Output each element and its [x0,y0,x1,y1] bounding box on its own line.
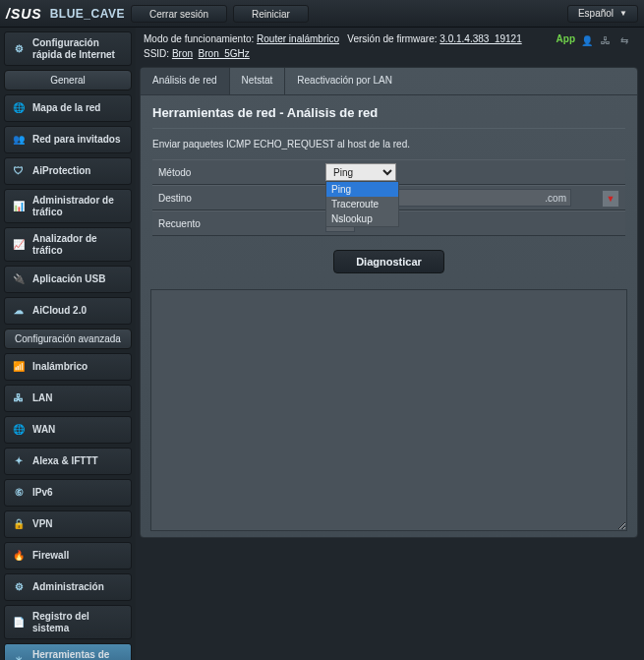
globe-icon: 🌐 [11,100,27,116]
sidebar-item-usb-app[interactable]: 🔌Aplicación USB [4,266,132,293]
mode-link[interactable]: Router inalámbrico [257,33,339,44]
ssid-link-1[interactable]: Bron [172,48,193,59]
sidebar-item-label: Herramientas de red [32,649,125,660]
sidebar-item-label: AiCloud 2.0 [32,305,87,317]
mode-label: Modo de funcionamiento: [144,33,254,44]
app-link[interactable]: App [556,31,575,46]
sidebar-item-system-log[interactable]: 📄Registro del sistema [4,605,132,639]
logout-button[interactable]: Cerrar sesión [131,5,227,23]
diagnose-button[interactable]: Diagnosticar [333,250,444,273]
shield-icon: 🛡 [11,163,27,179]
reboot-button[interactable]: Reiniciar [233,5,309,23]
sidebar-item-aiprotection[interactable]: 🛡AiProtection [4,157,132,185]
sidebar-item-label: Aplicación USB [32,273,105,285]
model-name: BLUE_CAVE [50,7,125,21]
method-option-nslookup[interactable]: Nslookup [326,211,398,226]
ipv6-icon: ⑥ [11,485,27,501]
sidebar-item-network-map[interactable]: 🌐Mapa de la red [4,94,132,122]
sidebar: ⚙ Configuración rápida de Internet Gener… [0,28,136,660]
fw-label: Versión de firmware: [347,33,437,44]
usb-tray-icon[interactable]: ⇆ [620,33,634,45]
sidebar-item-aicloud[interactable]: ☁AiCloud 2.0 [4,297,132,325]
tools-icon: ✳ [11,653,27,661]
users-icon[interactable]: 👤 [581,33,595,45]
method-option-traceroute[interactable]: Traceroute [326,197,398,211]
refresh-icon[interactable]: 🖧 [601,33,615,45]
sidebar-item-quick-setup[interactable]: ⚙ Configuración rápida de Internet [4,31,132,66]
sidebar-item-label: Registro del sistema [32,611,125,633]
page-description: Enviar paquetes ICMP ECHO_REQUEST al hos… [152,139,625,150]
sidebar-item-label: Administrador de tráfico [32,195,125,217]
language-label: Español [578,8,614,19]
sidebar-item-guest-network[interactable]: 👥Red para invitados [4,126,132,153]
admin-icon: ⚙ [11,579,27,595]
method-label: Método [152,167,320,178]
sidebar-item-administration[interactable]: ⚙Administración [4,573,132,601]
chart-icon: 📈 [11,237,27,253]
tab-network-analysis[interactable]: Análisis de red [141,68,229,94]
sidebar-item-label: VPN [32,518,53,530]
sidebar-item-vpn[interactable]: 🔒VPN [4,510,132,538]
sidebar-item-alexa-ifttt[interactable]: ✦Alexa & IFTTT [4,448,132,475]
cloud-icon: ☁ [11,303,27,319]
sidebar-item-label: Mapa de la red [32,102,100,114]
lan-icon: 🖧 [11,390,27,406]
sidebar-item-lan[interactable]: 🖧LAN [4,385,132,412]
sidebar-item-traffic-manager[interactable]: 📊Administrador de tráfico [4,189,132,223]
language-selector[interactable]: Español ▼ [567,5,638,23]
method-option-ping[interactable]: Ping [326,182,398,197]
globe-gear-icon: ⚙ [11,41,27,57]
sidebar-header-general: General [4,70,132,90]
sidebar-item-network-tools[interactable]: ✳Herramientas de red [4,643,132,660]
guest-icon: 👥 [11,132,27,148]
brand-logo: /SUS [6,6,42,22]
main-content: Modo de funcionamiento: Router inalámbri… [136,28,644,660]
destination-dropdown-button[interactable]: ▼ [602,190,619,208]
wifi-icon: 📶 [11,359,27,375]
tab-wol[interactable]: Reactivación por LAN [284,68,404,94]
gauge-icon: 📊 [11,199,27,214]
tab-netstat[interactable]: Netstat [229,68,285,94]
output-textarea[interactable] [150,289,627,531]
sidebar-item-label: Inalámbrico [32,361,88,373]
alexa-icon: ✦ [11,453,27,469]
sidebar-item-wan[interactable]: 🌐WAN [4,416,132,444]
sidebar-item-label: Configuración rápida de Internet [32,37,125,60]
sidebar-item-label: LAN [32,392,53,404]
content-panel: Análisis de red Netstat Reactivación por… [140,67,638,538]
usb-icon: 🔌 [11,271,27,287]
topbar: /SUS BLUE_CAVE Cerrar sesión Reiniciar E… [0,0,644,28]
sidebar-item-label: WAN [32,424,55,436]
sidebar-item-label: AiProtection [32,165,90,177]
destination-label: Destino [152,193,320,204]
page-title: Herramientas de red - Análisis de red [152,105,625,129]
sidebar-item-label: IPv6 [32,487,53,499]
sidebar-item-firewall[interactable]: 🔥Firewall [4,542,132,570]
wan-icon: 🌐 [11,422,27,438]
vpn-icon: 🔒 [11,516,27,532]
method-dropdown-list: Ping Traceroute Nslookup [325,181,399,227]
firewall-icon: 🔥 [11,548,27,564]
ssid-label: SSID: [144,48,169,59]
row-method: Método Ping Ping Traceroute Nslookup [152,159,625,185]
fw-link[interactable]: 3.0.1.4.383_19121 [439,33,521,44]
sidebar-item-label: Firewall [32,550,69,562]
sidebar-item-label: Red para invitados [32,134,120,146]
sidebar-item-label: Administración [32,581,104,593]
sidebar-item-wireless[interactable]: 📶Inalámbrico [4,353,132,381]
chevron-down-icon: ▼ [619,9,627,18]
count-label: Recuento [152,218,320,229]
ssid-link-2[interactable]: Bron_5GHz [199,48,250,59]
sidebar-item-traffic-analyzer[interactable]: 📈Analizador de tráfico [4,227,132,262]
tab-bar: Análisis de red Netstat Reactivación por… [141,68,637,95]
sidebar-item-ipv6[interactable]: ⑥IPv6 [4,479,132,507]
method-select[interactable]: Ping [325,163,396,181]
log-icon: 📄 [11,615,27,630]
sidebar-header-advanced: Configuración avanzada [4,329,132,349]
info-bar: Modo de funcionamiento: Router inalámbri… [140,28,638,63]
sidebar-item-label: Alexa & IFTTT [32,455,98,467]
sidebar-item-label: Analizador de tráfico [32,233,125,256]
